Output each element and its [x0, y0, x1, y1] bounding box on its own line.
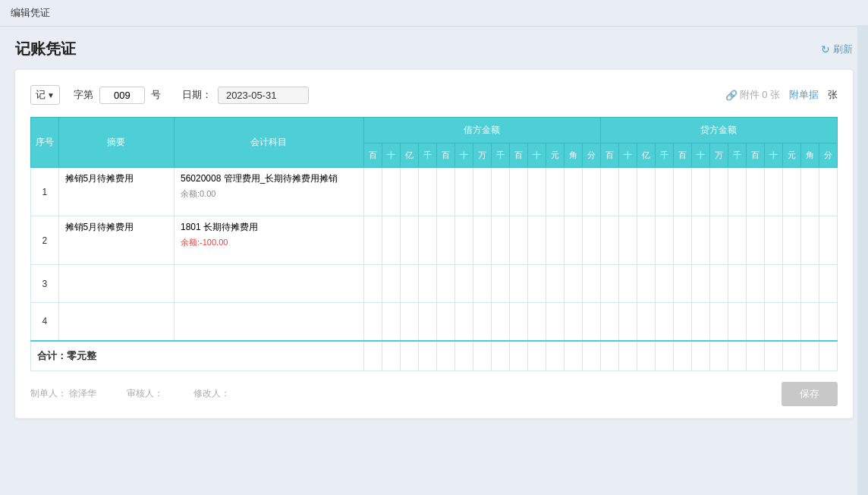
row-4-credit-11[interactable] — [782, 303, 800, 341]
refresh-button[interactable]: ↻ 刷新 — [821, 43, 853, 56]
row-4-credit-8[interactable] — [728, 303, 746, 341]
row-2-credit-6[interactable] — [691, 216, 709, 265]
row-4-summary[interactable] — [58, 303, 174, 341]
row-3-debit-8[interactable] — [491, 265, 509, 303]
row-2-credit-8[interactable] — [728, 216, 746, 265]
row-1-debit-7[interactable] — [473, 168, 491, 216]
row-1-debit-6[interactable] — [454, 168, 473, 216]
row-3-debit-1[interactable] — [363, 265, 382, 303]
row-4-debit-4[interactable] — [418, 303, 436, 341]
row-2-credit-1[interactable] — [600, 216, 618, 265]
row-1-credit-8[interactable] — [728, 168, 746, 216]
row-4-debit-8[interactable] — [491, 303, 509, 341]
row-1-debit-4[interactable] — [418, 168, 436, 216]
scrollbar[interactable] — [857, 25, 868, 495]
row-1-account[interactable]: 56020008 管理费用_长期待摊费用摊销余额:0.00 — [175, 168, 364, 216]
row-2-credit-10[interactable] — [764, 216, 782, 265]
row-4-credit-6[interactable] — [691, 303, 709, 341]
row-2-debit-3[interactable] — [400, 216, 418, 265]
row-2-credit-11[interactable] — [782, 216, 800, 265]
row-1-credit-11[interactable] — [782, 168, 800, 216]
row-4-debit-3[interactable] — [400, 303, 418, 341]
row-1-credit-5[interactable] — [673, 168, 691, 216]
row-3-credit-4[interactable] — [655, 265, 673, 303]
row-2-debit-12[interactable] — [564, 216, 582, 265]
row-1-summary[interactable]: 摊销5月待摊费用 — [58, 168, 174, 216]
row-3-debit-4[interactable] — [418, 265, 436, 303]
row-4-debit-13[interactable] — [582, 303, 600, 341]
row-2-debit-1[interactable] — [363, 216, 382, 265]
row-2-debit-4[interactable] — [418, 216, 436, 265]
row-1-credit-13[interactable] — [819, 168, 837, 216]
row-2-credit-12[interactable] — [800, 216, 819, 265]
row-2-debit-7[interactable] — [473, 216, 491, 265]
row-1-debit-11[interactable] — [546, 168, 564, 216]
row-3-credit-8[interactable] — [728, 265, 746, 303]
row-3-credit-10[interactable] — [764, 265, 782, 303]
row-2-debit-11[interactable] — [546, 216, 564, 265]
row-1-debit-3[interactable] — [400, 168, 418, 216]
row-2-debit-9[interactable] — [509, 216, 527, 265]
row-3-debit-12[interactable] — [564, 265, 582, 303]
row-3-credit-5[interactable] — [673, 265, 691, 303]
row-4-debit-2[interactable] — [382, 303, 400, 341]
row-2-credit-7[interactable] — [709, 216, 728, 265]
row-4-credit-9[interactable] — [746, 303, 764, 341]
row-1-credit-4[interactable] — [655, 168, 673, 216]
save-button[interactable]: 保存 — [782, 382, 838, 406]
row-4-debit-12[interactable] — [564, 303, 582, 341]
row-2-debit-13[interactable] — [582, 216, 600, 265]
row-1-credit-2[interactable] — [618, 168, 637, 216]
row-4-debit-1[interactable] — [363, 303, 382, 341]
row-3-credit-12[interactable] — [800, 265, 819, 303]
row-4-account[interactable] — [175, 303, 364, 341]
row-4-credit-13[interactable] — [819, 303, 837, 341]
row-3-debit-10[interactable] — [527, 265, 546, 303]
row-1-credit-1[interactable] — [600, 168, 618, 216]
row-2-debit-8[interactable] — [491, 216, 509, 265]
row-1-debit-10[interactable] — [527, 168, 546, 216]
row-1-credit-6[interactable] — [691, 168, 709, 216]
row-3-debit-3[interactable] — [400, 265, 418, 303]
row-1-debit-12[interactable] — [564, 168, 582, 216]
row-2-summary[interactable]: 摊销5月待摊费用 — [58, 216, 174, 265]
row-3-debit-5[interactable] — [436, 265, 454, 303]
row-3-credit-9[interactable] — [746, 265, 764, 303]
row-2-credit-3[interactable] — [637, 216, 655, 265]
row-4-credit-7[interactable] — [709, 303, 728, 341]
row-3-debit-13[interactable] — [582, 265, 600, 303]
row-3-debit-7[interactable] — [473, 265, 491, 303]
row-1-credit-9[interactable] — [746, 168, 764, 216]
row-4-credit-12[interactable] — [800, 303, 819, 341]
row-3-debit-6[interactable] — [454, 265, 473, 303]
row-4-credit-1[interactable] — [600, 303, 618, 341]
row-2-debit-10[interactable] — [527, 216, 546, 265]
row-1-credit-7[interactable] — [709, 168, 728, 216]
row-2-credit-13[interactable] — [819, 216, 837, 265]
row-3-credit-7[interactable] — [709, 265, 728, 303]
row-4-credit-4[interactable] — [655, 303, 673, 341]
row-4-debit-5[interactable] — [436, 303, 454, 341]
row-4-debit-11[interactable] — [546, 303, 564, 341]
row-4-debit-10[interactable] — [527, 303, 546, 341]
row-2-debit-6[interactable] — [454, 216, 473, 265]
row-2-credit-2[interactable] — [618, 216, 637, 265]
row-2-debit-2[interactable] — [382, 216, 400, 265]
row-3-credit-3[interactable] — [637, 265, 655, 303]
row-3-credit-13[interactable] — [819, 265, 837, 303]
row-4-credit-10[interactable] — [764, 303, 782, 341]
row-3-credit-6[interactable] — [691, 265, 709, 303]
row-3-debit-11[interactable] — [546, 265, 564, 303]
row-1-credit-12[interactable] — [800, 168, 819, 216]
row-4-credit-5[interactable] — [673, 303, 691, 341]
date-input[interactable] — [218, 87, 309, 104]
row-2-credit-4[interactable] — [655, 216, 673, 265]
row-3-debit-9[interactable] — [509, 265, 527, 303]
row-4-debit-7[interactable] — [473, 303, 491, 341]
row-3-summary[interactable] — [58, 265, 174, 303]
row-4-credit-2[interactable] — [618, 303, 637, 341]
row-2-debit-5[interactable] — [436, 216, 454, 265]
attachment-button[interactable]: 🔗 附件 0 张 — [725, 88, 780, 102]
row-1-debit-2[interactable] — [382, 168, 400, 216]
row-1-debit-13[interactable] — [582, 168, 600, 216]
